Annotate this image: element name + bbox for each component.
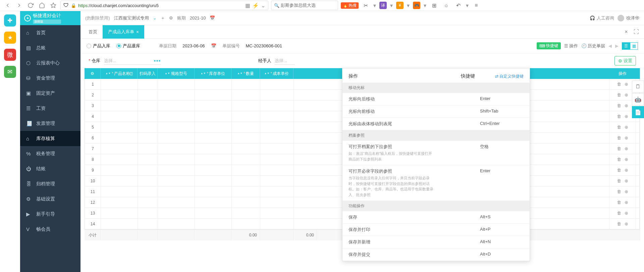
url-bar[interactable]: 🛡 🔒 https://cloud.chanjet.com/accounting… <box>60 1 268 10</box>
date-value[interactable]: 2023-06-06 <box>182 43 205 49</box>
scissors-icon[interactable]: ✂ <box>361 1 370 10</box>
radio-stock-out[interactable]: 产品退库 <box>116 43 140 49</box>
row-delete-icon[interactable]: 🗑 <box>617 178 621 183</box>
game-icon[interactable]: 🎮 <box>413 2 420 9</box>
row-add-icon[interactable]: ⊕ <box>625 146 628 151</box>
company-dropdown-icon[interactable]: ⌄ <box>153 15 157 20</box>
sidebar-item-archive[interactable]: 🗄归档管理 <box>20 176 80 191</box>
row-add-icon[interactable]: ⊕ <box>625 200 628 205</box>
row-add-icon[interactable]: ⊕ <box>625 211 628 216</box>
row-add-icon[interactable]: ⊕ <box>625 135 628 140</box>
row-add-icon[interactable]: ⊕ <box>625 178 628 183</box>
calendar-icon[interactable]: 📅 <box>210 15 215 20</box>
home-icon[interactable] <box>38 1 46 10</box>
tab-stock-in[interactable]: 产成品入库单× <box>103 25 144 39</box>
row-delete-icon[interactable]: 🗑 <box>617 114 621 119</box>
brightness-icon[interactable]: ☼ <box>442 1 450 10</box>
handler-select[interactable]: 选择... <box>275 57 295 65</box>
gear-icon[interactable]: ⚙ <box>169 15 173 20</box>
row-delete-icon[interactable]: 🗑 <box>617 125 621 130</box>
row-delete-icon[interactable]: 🗑 <box>617 211 621 216</box>
hot-badge[interactable]: 🔥热搜 <box>341 2 359 9</box>
custom-shortcut-link[interactable]: ⇄ 自定义快捷键 <box>495 74 524 79</box>
col-qty[interactable]: ▲▼*数量 <box>231 68 260 79</box>
row-delete-icon[interactable]: 🗑 <box>617 82 621 87</box>
launcher-star-icon[interactable]: ★ <box>4 32 16 44</box>
coin-icon[interactable]: ¥ <box>396 2 404 9</box>
sidebar-item-asset[interactable]: ▣固定资产 <box>20 86 80 101</box>
col-product-name[interactable]: ▲▼*产品名称 ⍰ <box>101 68 138 79</box>
row-add-icon[interactable]: ⊕ <box>625 82 628 87</box>
user-menu[interactable]: 徐泽华 <box>618 15 639 21</box>
menu-icon[interactable]: ≡ <box>472 1 481 10</box>
warehouse-select[interactable]: 选择...●●● <box>104 57 161 65</box>
row-add-icon[interactable]: ⊕ <box>625 157 628 162</box>
chevron-down-icon[interactable]: ⌄ <box>261 2 265 9</box>
bolt-icon[interactable]: ⚡ <box>252 2 259 9</box>
tabs-close-all-icon[interactable]: × <box>621 29 631 35</box>
row-delete-icon[interactable]: 🗑 <box>617 200 621 205</box>
back-icon[interactable] <box>3 1 12 10</box>
sidebar-item-stock[interactable]: ⌂库存核算 <box>20 131 80 146</box>
forward-icon[interactable] <box>15 1 23 10</box>
row-add-icon[interactable]: ⊕ <box>625 103 628 108</box>
col-gear[interactable]: ⚙ <box>85 68 101 79</box>
period-value[interactable]: 2021-10 <box>190 15 206 20</box>
star-icon[interactable] <box>49 1 58 10</box>
next-icon[interactable]: ▶ <box>615 43 619 48</box>
sidebar-item-chart[interactable]: ⬡云报表中心 <box>20 55 80 71</box>
rail-note-icon[interactable]: 🗒 <box>632 81 644 93</box>
sidebar-item-vip[interactable]: V畅会员 <box>20 222 80 237</box>
row-add-icon[interactable]: ⊕ <box>625 221 628 226</box>
consult-link[interactable]: 🎧人工咨询 <box>590 15 614 21</box>
undo-icon[interactable]: ↶ <box>454 1 463 10</box>
sidebar-item-home[interactable]: ⌂首页 <box>20 25 80 40</box>
sidebar-item-settings[interactable]: ⚙基础设置 <box>20 191 80 207</box>
view-grid-icon[interactable]: ▦ <box>630 42 638 50</box>
tab-close-icon[interactable]: × <box>136 29 139 35</box>
prev-icon[interactable]: ◀ <box>608 43 612 48</box>
apps-icon[interactable]: ⊞ <box>430 1 438 10</box>
row-add-icon[interactable]: ⊕ <box>625 189 628 194</box>
row-delete-icon[interactable]: 🗑 <box>617 135 621 140</box>
row-add-icon[interactable]: ⊕ <box>625 92 628 97</box>
history-link[interactable]: 🕘 历史单据 <box>581 43 605 49</box>
col-unit[interactable]: ▲▼*库存单位 <box>195 68 231 79</box>
refresh-icon[interactable] <box>26 1 35 10</box>
row-delete-icon[interactable]: 🗑 <box>617 92 621 97</box>
translate-icon[interactable]: 译 <box>379 2 387 9</box>
add-icon[interactable]: ＋ <box>161 15 165 21</box>
row-add-icon[interactable]: ⊕ <box>625 114 628 119</box>
sidebar-item-salary[interactable]: ☰工资 <box>20 101 80 116</box>
view-list-icon[interactable]: ☰ <box>622 42 630 50</box>
launcher-mail-icon[interactable]: ✉ <box>4 66 16 78</box>
sidebar-item-invoice[interactable]: 🧾发票管理 <box>20 116 80 131</box>
radio-stock-in[interactable]: 产品入库 <box>87 43 110 49</box>
row-delete-icon[interactable]: 🗑 <box>617 146 621 151</box>
settings-button[interactable]: ⚙ 设置 <box>614 56 636 65</box>
search-box[interactable]: 🔍 彭斯参加总统大选 <box>271 1 338 10</box>
row-delete-icon[interactable]: 🗑 <box>617 157 621 162</box>
row-add-icon[interactable]: ⊕ <box>625 168 628 173</box>
more-icon[interactable]: ●●● <box>154 59 161 62</box>
row-delete-icon[interactable]: 🗑 <box>617 221 621 226</box>
launcher-weibo-icon[interactable]: 微 <box>4 49 16 61</box>
sidebar-item-guide[interactable]: ▶新手引导 <box>20 207 80 222</box>
row-add-icon[interactable]: ⊕ <box>625 125 628 130</box>
sidebar-item-money[interactable]: ⛁资金管理 <box>20 71 80 86</box>
operate-link[interactable]: ☰ 操作 <box>564 43 578 49</box>
qr-icon[interactable]: ▦ <box>245 2 250 9</box>
fullscreen-icon[interactable]: ⛶ <box>631 29 641 35</box>
row-delete-icon[interactable]: 🗑 <box>617 168 621 173</box>
row-delete-icon[interactable]: 🗑 <box>617 103 621 108</box>
launcher-app-icon[interactable]: ✚ <box>4 14 16 27</box>
col-price[interactable]: ▲▼*成本单价 <box>260 68 293 79</box>
tab-home[interactable]: 首页 <box>83 25 103 39</box>
date-calendar-icon[interactable]: 📅 <box>211 43 216 48</box>
rail-robot-icon[interactable]: 🤖 <box>632 93 644 105</box>
sidebar-item-close[interactable]: ⏻结账 <box>20 161 80 176</box>
row-delete-icon[interactable]: 🗑 <box>617 189 621 194</box>
col-spec[interactable]: ▲▼规格型号 <box>158 68 195 79</box>
shortcut-badge[interactable]: ⌨ 快捷键 <box>537 42 561 49</box>
rail-doc-icon[interactable]: 📄 <box>632 106 644 118</box>
